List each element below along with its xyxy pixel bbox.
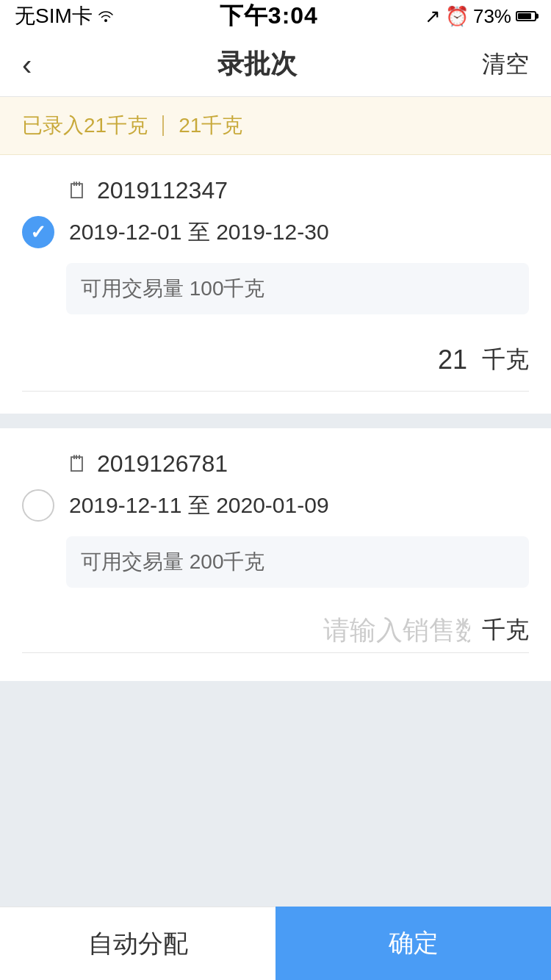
batch-id-row-2: 🗒 2019126781	[22, 450, 529, 478]
batch-date-row-1: 2019-12-01 至 2019-12-30	[22, 216, 529, 248]
batch-input-row-2: 千克	[22, 602, 529, 653]
quantity-input-2[interactable]	[323, 615, 470, 646]
batch-date-text-1: 2019-12-01 至 2019-12-30	[69, 217, 329, 248]
batch-id-text-2: 2019126781	[97, 450, 228, 478]
batch-radio-1[interactable]	[22, 216, 54, 248]
battery-icon	[516, 11, 536, 21]
status-right: ↗ ⏰ 73%	[425, 5, 536, 28]
batch-item-1: 🗒 2019112347 2019-12-01 至 2019-12-30 可用交…	[0, 155, 551, 414]
clear-button[interactable]: 清空	[482, 48, 529, 81]
banner-divider	[162, 115, 164, 136]
content-area: 已录入21千克 21千克 🗒 2019112347 2019-12-01 至 2…	[0, 97, 551, 960]
wifi-icon	[98, 10, 113, 22]
batch-avail-1: 可用交易量 100千克	[66, 263, 529, 314]
status-bar: 无SIM卡 下午3:04 ↗ ⏰ 73%	[0, 0, 551, 32]
batch-id-text-1: 2019112347	[97, 177, 228, 204]
back-button[interactable]: ‹	[22, 50, 32, 79]
batch-radio-2[interactable]	[22, 489, 54, 522]
batch-id-icon-2: 🗒	[66, 452, 88, 477]
recorded-amount: 已录入21千克	[22, 112, 148, 140]
info-banner: 已录入21千克 21千克	[0, 97, 551, 155]
batch-item-2: 🗒 2019126781 2019-12-11 至 2020-01-09 可用交…	[0, 428, 551, 681]
section-divider	[0, 414, 551, 428]
batch-id-row-1: 🗒 2019112347	[22, 177, 529, 204]
confirm-button[interactable]: 确定	[276, 907, 551, 980]
quantity-input-1[interactable]	[320, 345, 467, 375]
status-left: 无SIM卡	[15, 2, 113, 30]
auto-distribute-button[interactable]: 自动分配	[0, 907, 276, 980]
batch-quantity-row-1: 千克	[22, 329, 529, 392]
location-icon: ↗	[425, 5, 441, 28]
nav-bar: ‹ 录批次 清空	[0, 32, 551, 97]
signal-text: 无SIM卡	[15, 2, 93, 30]
quantity-unit-1: 千克	[482, 344, 529, 376]
alarm-icon: ⏰	[445, 5, 469, 28]
battery-percent: 73%	[473, 5, 511, 28]
batch-date-row-2: 2019-12-11 至 2020-01-09	[22, 489, 529, 522]
quantity-unit-2: 千克	[482, 614, 529, 646]
bottom-bar: 自动分配 确定	[0, 907, 551, 980]
batch-id-icon-1: 🗒	[66, 179, 88, 203]
batch-avail-2: 可用交易量 200千克	[66, 536, 529, 588]
page-title: 录批次	[217, 46, 297, 82]
total-amount: 21千克	[179, 112, 242, 140]
status-time: 下午3:04	[220, 0, 318, 32]
batch-date-text-2: 2019-12-11 至 2020-01-09	[69, 491, 329, 521]
